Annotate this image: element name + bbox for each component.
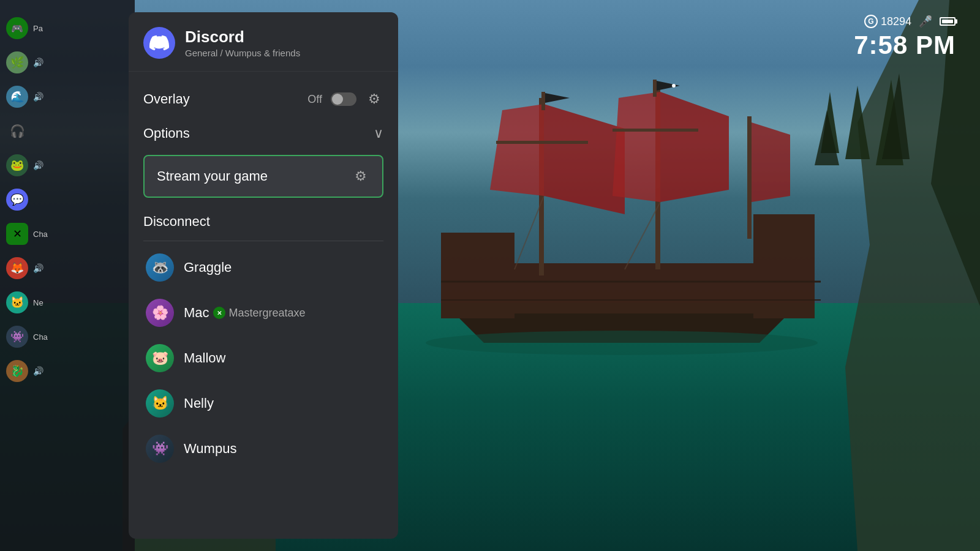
headphone-row[interactable]: 🎧	[0, 115, 135, 147]
svg-marker-28	[845, 86, 870, 159]
avatar-4: 🦊	[6, 257, 28, 279]
svg-rect-18	[612, 129, 698, 132]
sidebar-item-avatar-3: 🐸 🔊	[0, 149, 135, 181]
hud-top-right: G 18294 🎤 7:58 PM	[854, 15, 956, 60]
sidebar-item-avatar-4: 🦊 🔊	[0, 252, 135, 284]
members-list: 🦝 Graggle 🌸 Mac Mastergreataxe 🐷	[143, 246, 383, 470]
member-avatar-wumpus: 👾	[146, 435, 174, 463]
sidebar-item-cha2[interactable]: 👾 Cha	[0, 321, 135, 353]
member-avatar-nelly: 🐱	[146, 389, 174, 418]
discord-panel: Discord General / Wumpus & friends Overl…	[129, 12, 398, 539]
overlay-toggle-off-label: Off	[307, 93, 322, 106]
member-item-graggle[interactable]: 🦝 Graggle	[143, 246, 383, 289]
panel-header: Discord General / Wumpus & friends	[129, 12, 398, 72]
volume-icon-5: 🔊	[33, 366, 43, 376]
svg-marker-9	[660, 92, 729, 202]
member-avatar-mallow: 🐷	[146, 344, 174, 372]
discord-logo-svg	[149, 33, 169, 53]
discord-icon-small: 💬	[6, 189, 28, 211]
mic-icon: 🎤	[919, 15, 932, 28]
panel-content: Overlay Off ⚙ Options ∨ Stream your game…	[129, 72, 398, 539]
battery-fill	[942, 20, 953, 23]
member-avatar-mac: 🌸	[146, 299, 174, 327]
overlay-status-text: Off	[307, 93, 322, 106]
sidebar-label-1: Pa	[33, 24, 43, 33]
avatar-3: 🐸	[6, 154, 28, 176]
sidebar-left: 🎮 Pa 🌿 🔊 🌊 🔊 🎧 🐸 🔊 💬 ✕ Cha 🦊 🔊 🐱 Ne 👾 Ch…	[0, 0, 135, 551]
options-chevron-icon: ∨	[374, 126, 383, 141]
volume-icon-1: 🔊	[33, 58, 43, 67]
gscore-value: 18294	[881, 15, 911, 28]
svg-marker-7	[544, 104, 625, 214]
overlay-toggle[interactable]	[331, 92, 356, 106]
sidebar-label-cha2: Cha	[33, 332, 48, 342]
sidebar-item-avatar-1: 🌿 🔊	[0, 47, 135, 78]
member-name-wumpus: Wumpus	[184, 441, 236, 457]
member-name-nelly: Nelly	[184, 395, 214, 411]
member-item-wumpus[interactable]: 👾 Wumpus	[143, 427, 383, 470]
sidebar-icon-xbox: 🎮	[6, 17, 28, 39]
svg-marker-15	[657, 81, 680, 91]
sidebar-item-1[interactable]: 🎮 Pa	[0, 12, 135, 44]
stream-label: Stream your game	[157, 168, 268, 184]
member-platform-mac: Mac Mastergreataxe	[184, 305, 306, 321]
options-row[interactable]: Options ∨	[143, 117, 383, 150]
member-name-mallow: Mallow	[184, 350, 225, 366]
sidebar-label-ne: Ne	[33, 298, 43, 307]
svg-point-16	[672, 84, 676, 88]
svg-marker-8	[490, 104, 544, 196]
member-item-mac[interactable]: 🌸 Mac Mastergreataxe	[143, 291, 383, 334]
member-item-nelly[interactable]: 🐱 Nelly	[143, 382, 383, 425]
g-icon: G	[864, 15, 878, 28]
svg-marker-10	[612, 92, 660, 202]
svg-rect-2	[441, 233, 514, 318]
xbox-icon-sidebar: ✕	[6, 223, 28, 245]
xbox-platform-icon	[213, 307, 225, 319]
member-name-mac: Mac	[184, 305, 209, 321]
discord-small[interactable]: 💬	[0, 184, 135, 216]
volume-icon-4: 🔊	[33, 263, 43, 273]
overlay-label: Overlay	[143, 91, 190, 107]
member-gamertag-mac: Mastergreataxe	[229, 307, 306, 320]
overlay-gear-icon[interactable]: ⚙	[365, 90, 383, 108]
stream-game-button[interactable]: Stream your game ⚙	[143, 155, 383, 198]
volume-icon-2: 🔊	[33, 92, 43, 102]
disconnect-row[interactable]: Disconnect	[143, 203, 383, 238]
svg-marker-13	[545, 93, 570, 103]
hud-stats: G 18294 🎤	[854, 15, 956, 28]
volume-icon-3: 🔊	[33, 160, 43, 170]
svg-rect-12	[541, 92, 545, 110]
avatar-cha2: 👾	[6, 326, 28, 348]
overlay-row: Overlay Off ⚙	[143, 81, 383, 117]
gscore-display: G 18294	[864, 15, 911, 28]
panel-header-text: Discord General / Wumpus & friends	[185, 28, 300, 58]
sidebar-item-avatar-2: 🌊 🔊	[0, 81, 135, 113]
sidebar-label-cha: Cha	[33, 230, 48, 239]
sidebar-item-avatar-5: 🐉 🔊	[0, 355, 135, 387]
toggle-thumb	[332, 94, 343, 105]
headphone-icon: 🎧	[6, 120, 28, 142]
panel-subtitle: General / Wumpus & friends	[185, 48, 300, 58]
avatar-2: 🌊	[6, 86, 28, 108]
svg-line-22	[625, 202, 660, 269]
discord-logo	[143, 27, 175, 59]
stream-gear-icon[interactable]: ⚙	[352, 167, 370, 186]
disconnect-label: Disconnect	[143, 214, 210, 229]
overlay-controls: Off ⚙	[307, 90, 383, 108]
member-item-mallow[interactable]: 🐷 Mallow	[143, 337, 383, 380]
panel-title: Discord	[185, 28, 300, 47]
sidebar-item-ne[interactable]: 🐱 Ne	[0, 287, 135, 318]
battery-icon	[940, 17, 956, 26]
svg-rect-14	[653, 80, 657, 97]
avatar-ne: 🐱	[6, 291, 28, 313]
clock-display: 7:58 PM	[854, 31, 956, 60]
options-label: Options	[143, 126, 190, 141]
member-name-graggle: Graggle	[184, 260, 232, 276]
avatar-5: 🐉	[6, 360, 28, 382]
svg-rect-17	[496, 141, 588, 144]
member-avatar-graggle: 🦝	[146, 253, 174, 282]
avatar-1: 🌿	[6, 51, 28, 73]
sidebar-item-cha[interactable]: ✕ Cha	[0, 218, 135, 250]
panel-divider	[143, 241, 383, 241]
